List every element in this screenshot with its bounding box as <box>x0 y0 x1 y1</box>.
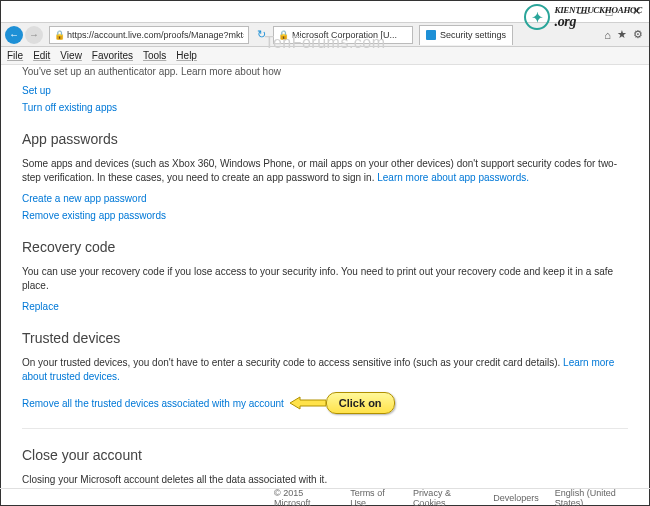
recovery-code-heading: Recovery code <box>22 239 628 255</box>
cert-lock-icon: 🔒 <box>278 30 289 40</box>
home-icon[interactable]: ⌂ <box>604 29 611 41</box>
recovery-code-desc: You can use your recovery code if you lo… <box>22 265 628 293</box>
replace-recovery-link[interactable]: Replace <box>22 301 628 312</box>
lock-icon: 🔒 <box>54 30 65 40</box>
callout-arrow-icon <box>290 394 326 412</box>
page-footer: © 2015 Microsoft Terms of Use Privacy & … <box>0 488 650 506</box>
tab-favicon <box>426 30 436 40</box>
menu-edit[interactable]: Edit <box>33 50 50 61</box>
footer-language-link[interactable]: English (United States) <box>555 488 636 507</box>
footer-privacy-link[interactable]: Privacy & Cookies <box>413 488 477 507</box>
menu-tools[interactable]: Tools <box>143 50 166 61</box>
create-app-password-link[interactable]: Create a new app password <box>22 193 628 204</box>
cert-text: Microsoft Corporation [U... <box>292 30 397 40</box>
divider <box>22 428 628 429</box>
back-button[interactable]: ← <box>5 26 23 44</box>
footer-terms-link[interactable]: Terms of Use <box>350 488 397 507</box>
menu-bar: File Edit View Favorites Tools Help <box>1 47 649 65</box>
menu-view[interactable]: View <box>60 50 82 61</box>
remove-app-passwords-link[interactable]: Remove existing app passwords <box>22 210 628 221</box>
app-passwords-desc: Some apps and devices (such as Xbox 360,… <box>22 157 628 185</box>
tab-title: Security settings <box>440 30 506 40</box>
svg-marker-0 <box>290 397 326 409</box>
address-bar[interactable]: 🔒 https://account.live.com/proofs/Manage… <box>49 26 249 44</box>
trusted-devices-desc: On your trusted devices, you don't have … <box>22 356 628 384</box>
setup-link[interactable]: Set up <box>22 85 628 96</box>
copyright-text: © 2015 Microsoft <box>274 488 334 507</box>
callout-bubble: Click on <box>326 392 395 414</box>
cutoff-text: You've set up an authenticator app. Lear… <box>22 66 628 77</box>
browser-tab[interactable]: Security settings <box>419 25 513 45</box>
footer-developers-link[interactable]: Developers <box>493 493 539 503</box>
menu-file[interactable]: File <box>7 50 23 61</box>
watermark-kienthuckhoahoc: ✦ KIENTHUCKHOAHOC .org <box>524 4 642 30</box>
turnoff-apps-link[interactable]: Turn off existing apps <box>22 102 628 113</box>
page-content: You've set up an authenticator app. Lear… <box>0 64 650 488</box>
menu-favorites[interactable]: Favorites <box>92 50 133 61</box>
remove-trusted-devices-link[interactable]: Remove all the trusted devices associate… <box>22 398 284 409</box>
forward-button[interactable]: → <box>25 26 43 44</box>
menu-help[interactable]: Help <box>176 50 197 61</box>
close-account-desc: Closing your Microsoft account deletes a… <box>22 473 628 487</box>
refresh-button[interactable]: ↻ <box>253 28 269 41</box>
url-text: https://account.live.com/proofs/Manage?m… <box>67 30 244 40</box>
app-passwords-learn-link[interactable]: Learn more about app passwords. <box>377 172 529 183</box>
app-passwords-heading: App passwords <box>22 131 628 147</box>
close-account-heading: Close your account <box>22 447 628 463</box>
trusted-devices-heading: Trusted devices <box>22 330 628 346</box>
certificate-indicator[interactable]: 🔒 Microsoft Corporation [U... <box>273 26 413 44</box>
watermark-logo-icon: ✦ <box>524 4 550 30</box>
